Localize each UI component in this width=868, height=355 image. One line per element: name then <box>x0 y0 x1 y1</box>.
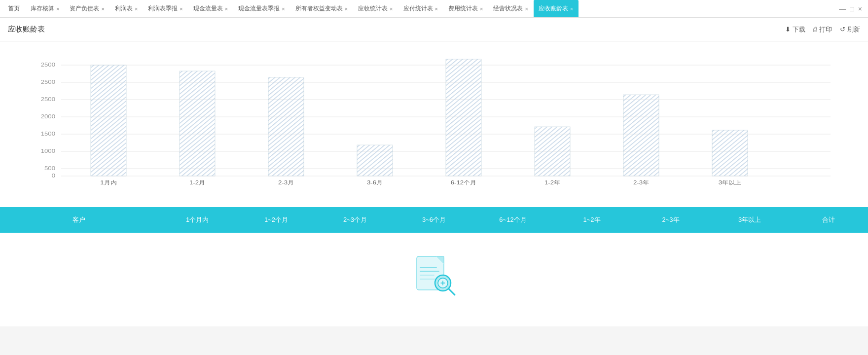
svg-rect-20 <box>268 77 304 176</box>
tab-expense-close[interactable]: × <box>480 6 483 12</box>
print-icon: ⎙ <box>813 26 817 33</box>
tab-ar-aging-close[interactable]: × <box>570 6 573 12</box>
svg-rect-21 <box>357 145 393 176</box>
tab-cashflow-quarterly-close[interactable]: × <box>282 6 285 12</box>
minimize-icon[interactable]: — <box>839 5 846 13</box>
col-3plus-year: 3年以上 <box>710 215 789 224</box>
col-6-12month: 6~12个月 <box>473 215 552 224</box>
tab-equity-close[interactable]: × <box>345 6 348 12</box>
tab-ar-aging[interactable]: 应收账龄表 × <box>534 0 579 18</box>
refresh-button[interactable]: ↺ 刷新 <box>840 25 860 34</box>
main-content: 2500 2500 2500 2000 1500 1000 500 0 <box>0 41 868 326</box>
download-label: 下载 <box>793 25 805 34</box>
svg-line-43 <box>449 289 455 295</box>
tab-bar: 首页 库存核算 × 资产负债表 × 利润表 × 利润表季报 × 现金流量表 × … <box>0 0 868 18</box>
close-window-icon[interactable]: × <box>858 5 862 13</box>
col-2-3month: 2~3个月 <box>316 215 395 224</box>
col-1month: 1个月内 <box>158 215 237 224</box>
tab-profit-quarterly-label: 利润表季报 <box>148 4 178 13</box>
svg-text:2500: 2500 <box>41 96 56 103</box>
empty-illustration <box>409 252 459 297</box>
maximize-icon[interactable]: □ <box>850 5 854 13</box>
page-title: 应收账龄表 <box>8 25 45 34</box>
refresh-label: 刷新 <box>847 25 860 34</box>
svg-rect-24 <box>623 95 659 176</box>
tab-ap-stats-close[interactable]: × <box>435 6 438 12</box>
tab-cashflow-quarterly-label: 现金流量表季报 <box>238 4 280 13</box>
svg-text:2500: 2500 <box>41 62 56 68</box>
svg-text:3-6月: 3-6月 <box>367 179 383 186</box>
col-2-3year: 2~3年 <box>631 215 710 224</box>
svg-text:3年以上: 3年以上 <box>719 179 741 186</box>
tab-ar-stats[interactable]: 应收统计表 × <box>353 0 398 18</box>
tab-profit-label: 利润表 <box>115 4 133 13</box>
header-actions: ⬇ 下载 ⎙ 打印 ↺ 刷新 <box>785 25 860 34</box>
svg-text:1月内: 1月内 <box>100 179 116 186</box>
tab-equity-label: 所有者权益变动表 <box>295 4 343 13</box>
svg-text:1-2年: 1-2年 <box>544 179 560 186</box>
tab-inventory-label: 库存核算 <box>31 4 54 13</box>
tab-inventory-close[interactable]: × <box>56 6 59 12</box>
tab-ap-stats-label: 应付统计表 <box>403 4 433 13</box>
window-controls: — □ × <box>835 5 866 13</box>
tab-expense-label: 费用统计表 <box>448 4 478 13</box>
tab-ar-aging-label: 应收账龄表 <box>539 4 568 13</box>
tab-cashflow-quarterly[interactable]: 现金流量表季报 × <box>233 0 290 18</box>
empty-state <box>0 233 868 326</box>
tab-expense[interactable]: 费用统计表 × <box>443 0 488 18</box>
tab-cashflow-label: 现金流量表 <box>193 4 223 13</box>
svg-rect-19 <box>180 71 215 176</box>
tab-profit-quarterly-close[interactable]: × <box>180 6 182 12</box>
tab-operation-close[interactable]: × <box>525 6 528 12</box>
col-3-6month: 3~6个月 <box>395 215 473 224</box>
svg-text:1-2月: 1-2月 <box>189 179 205 186</box>
svg-text:1500: 1500 <box>41 131 56 137</box>
chart-area: 2500 2500 2500 2000 1500 1000 500 0 <box>0 47 868 203</box>
svg-text:500: 500 <box>44 165 55 172</box>
col-customer: 客户 <box>0 215 158 224</box>
svg-rect-18 <box>91 65 126 176</box>
tab-operation[interactable]: 经营状况表 × <box>488 0 533 18</box>
col-total: 合计 <box>789 215 868 224</box>
col-1-2year: 1~2年 <box>552 215 631 224</box>
tab-operation-label: 经营状况表 <box>493 4 523 13</box>
chart-container: 2500 2500 2500 2000 1500 1000 500 0 <box>20 55 848 193</box>
bar-chart: 2500 2500 2500 2000 1500 1000 500 0 <box>20 55 848 193</box>
tab-ar-stats-close[interactable]: × <box>390 6 393 12</box>
tab-profit-close[interactable]: × <box>135 6 138 12</box>
svg-rect-22 <box>446 59 481 176</box>
svg-text:0: 0 <box>52 173 56 179</box>
refresh-icon: ↺ <box>840 26 845 33</box>
tab-balance-close[interactable]: × <box>101 6 104 12</box>
tab-balance-label: 资产负债表 <box>70 4 99 13</box>
svg-text:2500: 2500 <box>41 79 56 85</box>
tab-balance[interactable]: 资产负债表 × <box>65 0 109 18</box>
svg-text:1000: 1000 <box>41 148 56 154</box>
svg-text:2000: 2000 <box>41 113 56 120</box>
tab-profit[interactable]: 利润表 × <box>110 0 143 18</box>
svg-rect-25 <box>712 130 748 176</box>
print-button[interactable]: ⎙ 打印 <box>813 25 832 34</box>
table-header: 客户 1个月内 1~2个月 2~3个月 3~6个月 6~12个月 1~2年 2~… <box>0 207 868 233</box>
tab-cashflow-close[interactable]: × <box>225 6 228 12</box>
tab-ar-stats-label: 应收统计表 <box>358 4 388 13</box>
svg-text:2-3年: 2-3年 <box>633 179 649 186</box>
svg-rect-23 <box>535 127 570 176</box>
download-button[interactable]: ⬇ 下载 <box>785 25 805 34</box>
print-label: 打印 <box>819 25 832 34</box>
tab-profit-quarterly[interactable]: 利润表季报 × <box>143 0 188 18</box>
col-1-2month: 1~2个月 <box>237 215 316 224</box>
empty-icon <box>409 252 459 297</box>
svg-text:6-12个月: 6-12个月 <box>451 179 476 186</box>
page-header: 应收账龄表 ⬇ 下载 ⎙ 打印 ↺ 刷新 <box>0 18 868 41</box>
tab-inventory[interactable]: 库存核算 × <box>26 0 65 18</box>
tab-ap-stats[interactable]: 应付统计表 × <box>398 0 443 18</box>
svg-text:2-3月: 2-3月 <box>278 179 294 186</box>
tab-home[interactable]: 首页 <box>2 4 26 13</box>
tab-equity[interactable]: 所有者权益变动表 × <box>290 0 353 18</box>
tab-cashflow[interactable]: 现金流量表 × <box>188 0 233 18</box>
download-icon: ⬇ <box>785 26 791 33</box>
